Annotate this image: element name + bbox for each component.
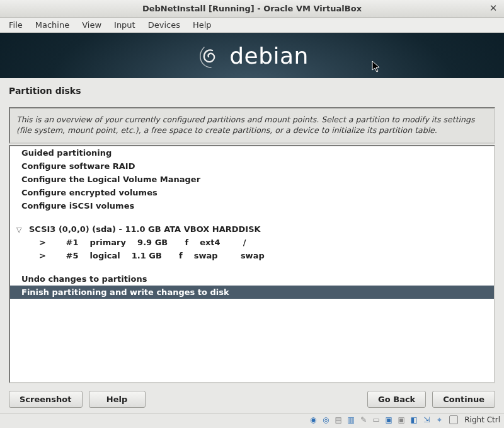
continue-button[interactable]: Continue	[432, 391, 495, 408]
status-usb-icon: ✎	[358, 415, 369, 425]
status-mouse-icon: ⌖	[434, 415, 444, 425]
menu-help[interactable]: Help	[188, 19, 217, 31]
list-item[interactable]: Configure software RAID	[10, 159, 494, 173]
debian-swirl-icon	[195, 41, 224, 70]
menu-bar: File Machine View Input Devices Help	[0, 18, 504, 33]
menu-view[interactable]: View	[77, 19, 106, 31]
info-text: This is an overview of your currently co…	[9, 107, 495, 144]
host-key-label: Right Ctrl	[464, 415, 500, 424]
partition-row[interactable]: > #5 logical 1.1 GB f swap swap	[10, 249, 494, 262]
partition-row[interactable]: > #1 primary 9.9 GB f ext4 /	[10, 236, 494, 249]
list-item[interactable]: Configure iSCSI volumes	[10, 199, 494, 212]
menu-input[interactable]: Input	[109, 19, 140, 31]
status-optical-icon: ◎	[321, 415, 331, 425]
vm-status-bar: ◉ ◎ ▤ ▥ ✎ ▭ ▣ ▣ ◧ ⇲ ⌖ Right Ctrl	[0, 413, 504, 427]
list-item[interactable]: Configure the Logical Volume Manager	[10, 173, 494, 186]
window-title: DebNetInstall [Running] - Oracle VM Virt…	[0, 4, 504, 13]
page-title: Partition disks	[9, 86, 495, 96]
status-recording-icon: ▣	[396, 415, 406, 425]
status-drag-drop-icon: ⇲	[421, 415, 432, 425]
debian-banner: debian	[0, 33, 504, 78]
host-key-indicator-icon	[449, 415, 458, 424]
menu-file[interactable]: File	[4, 19, 28, 31]
status-hdd-icon: ◉	[308, 415, 318, 425]
list-item[interactable]: Finish partitioning and write changes to…	[10, 286, 494, 299]
footer-buttons: Screenshot Help Go Back Continue	[0, 390, 504, 413]
status-audio-icon: ▤	[333, 415, 343, 425]
section-header: Partition disks	[0, 78, 504, 103]
list-item[interactable]: Guided partitioning	[10, 146, 494, 159]
disk-header[interactable]: SCSI3 (0,0,0) (sda) - 11.0 GB ATA VBOX H…	[10, 223, 494, 236]
partition-list[interactable]: Guided partitioningConfigure software RA…	[9, 145, 495, 383]
status-network-icon: ▥	[346, 415, 356, 425]
screenshot-button[interactable]: Screenshot	[9, 391, 83, 408]
menu-devices[interactable]: Devices	[143, 19, 185, 31]
menu-machine[interactable]: Machine	[30, 19, 74, 31]
status-clipboard-icon: ◧	[409, 415, 419, 425]
debian-brand-text: debian	[229, 43, 309, 69]
help-button[interactable]: Help	[89, 391, 146, 408]
window-title-bar: DebNetInstall [Running] - Oracle VM Virt…	[0, 0, 504, 18]
status-shared-folder-icon: ▭	[371, 415, 381, 425]
status-display-icon: ▣	[384, 415, 394, 425]
list-item[interactable]: Configure encrypted volumes	[10, 186, 494, 199]
list-item[interactable]: Undo changes to partitions	[10, 272, 494, 286]
vm-window: DebNetInstall [Running] - Oracle VM Virt…	[0, 0, 504, 428]
window-close-button[interactable]: ✕	[488, 3, 499, 14]
go-back-button[interactable]: Go Back	[367, 391, 426, 408]
